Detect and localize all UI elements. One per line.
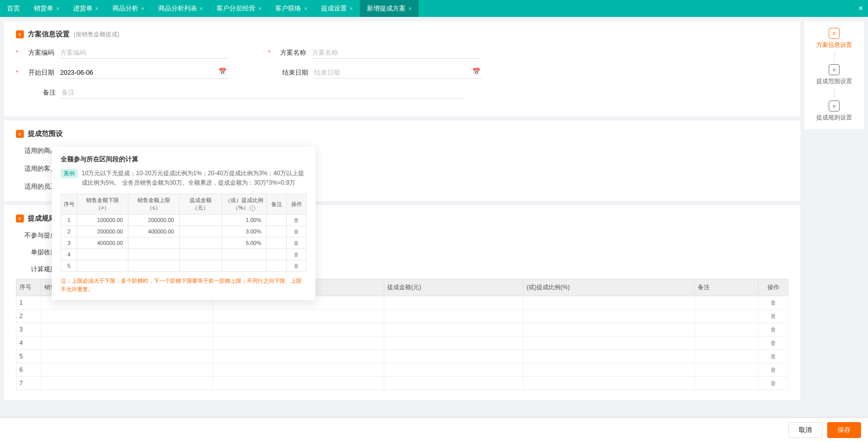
close-icon[interactable]: × <box>350 6 353 11</box>
nav-item[interactable]: ≡提成范围设置 <box>816 64 852 86</box>
tooltip-badge: 案例 <box>61 169 78 178</box>
label-exclude: 不参与提成 <box>16 231 57 240</box>
close-icon[interactable]: × <box>141 6 144 11</box>
label-calc-rule: 计算规则 <box>16 265 57 274</box>
trash-icon[interactable]: 🗑 <box>770 326 776 333</box>
label-applicable-customer: 适用的客户 <box>16 164 57 173</box>
table-row: 1100000.00200000.001.00%🗑 <box>61 215 307 226</box>
nav-label: 提成范围设置 <box>816 77 852 86</box>
ex-th-seq: 序号 <box>61 194 77 215</box>
example-table: 序号 销售金额下限（>） 销售金额上限（≤） 提成金额（元） （或）提成比例（%… <box>61 194 307 272</box>
section-icon: ≡ <box>16 130 24 138</box>
nav-label: 提成规则设置 <box>816 113 852 122</box>
tab-商品分析[interactable]: 商品分析× <box>106 0 151 17</box>
th-ratio: (或)提成比例(%) <box>524 279 695 296</box>
trash-icon[interactable]: 🗑 <box>294 263 299 269</box>
th-action: 操作 <box>759 279 788 296</box>
tooltip-note: 注：上限必须大于下限；多个阶梯时，下一个阶梯下限要等于前一阶梯上限；不同行之间下… <box>61 277 307 293</box>
panel-title: 方案信息设置 <box>28 30 70 39</box>
nav-item[interactable]: ≡方案信息设置 <box>816 28 852 49</box>
th-remark: 备注 <box>695 279 759 296</box>
close-icon[interactable]: × <box>409 6 412 11</box>
th-seq: 序号 <box>16 279 41 296</box>
table-row: 4🗑 <box>61 249 307 260</box>
table-row[interactable]: 7🗑 <box>16 377 788 390</box>
tab-进货单[interactable]: 进货单× <box>66 0 106 17</box>
tab-bar: 首页销货单×进货单×商品分析×商品分析列表×客户分层经营×客户联络×提成设置×新… <box>0 0 868 17</box>
nav-item[interactable]: ≡提成规则设置 <box>816 101 852 122</box>
calendar-icon[interactable]: 📅 <box>472 68 480 75</box>
label-plan-code: 方案编码 <box>19 48 54 57</box>
tab-商品分析列表[interactable]: 商品分析列表× <box>151 0 210 17</box>
ex-th-action: 操作 <box>287 194 307 215</box>
trash-icon[interactable]: 🗑 <box>294 240 299 246</box>
close-icon[interactable]: × <box>258 6 261 11</box>
ex-th-amount: 提成金额（元） <box>179 194 221 215</box>
table-row[interactable]: 6🗑 <box>16 363 788 377</box>
anchor-nav: ≡方案信息设置≡提成范围设置≡提成规则设置 <box>804 21 864 129</box>
tab-首页[interactable]: 首页 <box>0 0 27 17</box>
info-icon[interactable]: i <box>250 206 255 211</box>
table-row[interactable]: 3🗑 <box>16 323 788 336</box>
label-applicable-goods: 适用的商品 <box>16 146 57 155</box>
panel-plan-info: ≡ 方案信息设置 (按销售金额提成) * 方案编码 * 方案名称 * <box>4 21 800 116</box>
panel-subtitle: (按销售金额提成) <box>74 30 119 39</box>
label-receipt: 单据收款 <box>16 248 57 257</box>
nav-icon: ≡ <box>829 101 840 111</box>
table-row[interactable]: 4🗑 <box>16 336 788 350</box>
tab-销货单[interactable]: 销货单× <box>27 0 66 17</box>
ex-th-ratio: （或）提成比例（%）i <box>222 194 267 215</box>
nav-label: 方案信息设置 <box>816 41 852 49</box>
close-icon[interactable]: × <box>304 6 307 11</box>
table-row[interactable]: 5🗑 <box>16 350 788 363</box>
label-plan-name: 方案名称 <box>271 48 306 57</box>
tab-提成设置[interactable]: 提成设置× <box>314 0 360 17</box>
tab-客户联络[interactable]: 客户联络× <box>268 0 314 17</box>
input-plan-code[interactable] <box>59 47 228 59</box>
tab-客户分层经营[interactable]: 客户分层经营× <box>210 0 268 17</box>
calendar-icon[interactable]: 📅 <box>218 68 226 75</box>
ex-th-remark: 备注 <box>267 194 287 215</box>
close-icon[interactable]: × <box>56 6 59 11</box>
trash-icon[interactable]: 🗑 <box>294 228 299 234</box>
tooltip-title: 全额参与所在区间段的计算 <box>61 155 307 164</box>
trash-icon[interactable]: 🗑 <box>770 339 776 346</box>
table-row: 5🗑 <box>61 260 307 272</box>
label-remark: 备注 <box>21 88 56 97</box>
tab-新增提成方案[interactable]: 新增提成方案× <box>360 0 419 17</box>
trash-icon[interactable]: 🗑 <box>770 313 776 320</box>
input-remark[interactable] <box>61 87 464 99</box>
ex-th-upper: 销售金额上限（≤） <box>128 194 179 215</box>
section-icon: ≡ <box>16 30 24 38</box>
input-start-date[interactable] <box>59 67 228 79</box>
nav-icon: ≡ <box>829 64 840 75</box>
tooltip-example: 全额参与所在区间段的计算 案例 10万元以下无提成；10-20万元提成比例为1%… <box>52 147 316 300</box>
th-amount: 提成金额(元) <box>384 279 524 296</box>
input-plan-name[interactable] <box>311 47 480 59</box>
table-row: 2200000.00400000.003.00%🗑 <box>61 226 307 237</box>
close-icon[interactable]: × <box>96 6 99 11</box>
panel-title: 提成范围设 <box>28 129 63 138</box>
label-end-date: 结束日期 <box>273 68 308 77</box>
trash-icon[interactable]: 🗑 <box>770 299 776 306</box>
section-icon: ≡ <box>16 215 24 222</box>
ex-th-lower: 销售金额下限（>） <box>77 194 128 215</box>
close-icon[interactable]: × <box>200 6 203 11</box>
label-start-date: 开始日期 <box>19 68 54 77</box>
tooltip-text: 10万元以下无提成；10-20万元提成比例为1%；20-40万提成比例为3%；4… <box>82 169 307 188</box>
trash-icon[interactable]: 🗑 <box>770 353 776 360</box>
close-all-tabs[interactable]: × <box>859 4 863 13</box>
trash-icon[interactable]: 🗑 <box>294 251 299 257</box>
table-row: 3400000.005.00%🗑 <box>61 237 307 249</box>
table-row[interactable]: 2🗑 <box>16 310 788 323</box>
input-end-date[interactable] <box>313 67 482 79</box>
trash-icon[interactable]: 🗑 <box>770 380 776 387</box>
label-applicable-staff: 适用的员工 <box>16 182 57 191</box>
trash-icon[interactable]: 🗑 <box>770 366 776 373</box>
trash-icon[interactable]: 🗑 <box>294 217 299 223</box>
nav-icon: ≡ <box>829 28 840 39</box>
